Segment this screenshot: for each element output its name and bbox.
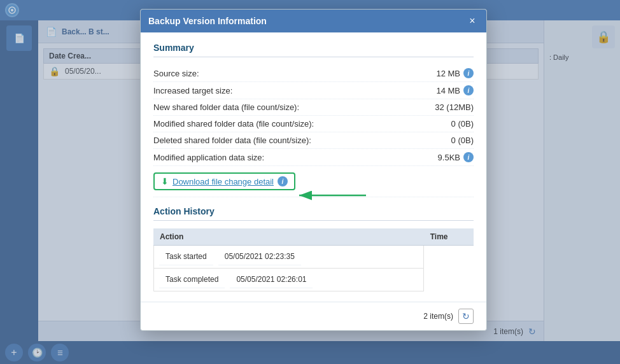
modal-refresh-icon: ↻ — [462, 311, 470, 321]
download-icon: ⬇ — [161, 176, 169, 186]
download-info-icon[interactable]: i — [278, 176, 288, 186]
action-history-table: Action Time Task started 05/05/2021 02:2… — [153, 228, 474, 291]
target-size-info-icon[interactable]: i — [463, 85, 474, 95]
label-source-size: Source size: — [153, 69, 199, 78]
modal-titlebar: Backup Version Information × — [141, 10, 486, 32]
col-time-header: Time — [424, 228, 474, 246]
modal-body: Summary Source size: 12 MB i Increased t… — [141, 32, 486, 302]
value-deleted-shared: 0 (0B) — [451, 136, 474, 145]
info-row-deleted-shared: Deleted shared folder data (file count/s… — [153, 132, 474, 149]
value-new-shared: 32 (12MB) — [435, 102, 474, 112]
modal-footer: 2 item(s) ↻ — [141, 302, 486, 330]
action-row-1: Task started 05/05/2021 02:23:35 — [153, 246, 424, 269]
target-size-text: 14 MB — [436, 86, 460, 95]
value-app-data: 9.5KB i — [438, 152, 474, 162]
modal-refresh-button[interactable]: ↻ — [458, 309, 474, 324]
download-link[interactable]: Download file change detail — [173, 177, 274, 186]
label-new-shared: New shared folder data (file count/size)… — [153, 102, 299, 112]
info-row-new-shared: New shared folder data (file count/size)… — [153, 99, 474, 116]
label-app-data: Modified application data size: — [153, 153, 264, 162]
action-history-section: Action History Action Time Task started … — [153, 206, 474, 291]
action-row-2: Task completed 05/05/2021 02:26:01 — [153, 269, 424, 291]
col-action-header: Action — [153, 228, 424, 246]
label-modified-shared: Modified shared folder data (file count/… — [153, 119, 314, 129]
app-data-text: 9.5KB — [438, 153, 460, 162]
value-target-size: 14 MB i — [436, 85, 474, 95]
backup-version-modal: Backup Version Information × Summary Sou… — [140, 9, 487, 331]
source-size-info-icon[interactable]: i — [463, 68, 474, 78]
download-link-row: ⬇ Download file change detail i — [153, 166, 474, 197]
new-shared-text: 32 (12MB) — [435, 102, 474, 112]
value-source-size: 12 MB i — [436, 68, 474, 78]
download-link-box[interactable]: ⬇ Download file change detail i — [153, 172, 295, 190]
label-deleted-shared: Deleted shared folder data (file count/s… — [153, 136, 311, 145]
action-history-heading: Action History — [153, 206, 474, 221]
source-size-text: 12 MB — [436, 69, 460, 78]
app-data-info-icon[interactable]: i — [463, 152, 474, 162]
time-cell-2: 05/05/2021 02:26:01 — [230, 271, 313, 288]
info-row-target-size: Increased target size: 14 MB i — [153, 82, 474, 99]
time-cell-1: 05/05/2021 02:23:35 — [218, 248, 301, 265]
action-cell-2: Task completed — [159, 271, 225, 288]
value-modified-shared: 0 (0B) — [451, 119, 474, 129]
modal-item-count: 2 item(s) — [423, 312, 453, 321]
action-table-header-row: Action Time — [153, 228, 474, 246]
modal-close-button[interactable]: × — [466, 15, 479, 27]
action-cell-1: Task started — [159, 248, 213, 265]
info-row-source-size: Source size: 12 MB i — [153, 65, 474, 82]
modified-shared-text: 0 (0B) — [451, 119, 474, 129]
info-row-app-data: Modified application data size: 9.5KB i — [153, 149, 474, 166]
info-row-modified-shared: Modified shared folder data (file count/… — [153, 116, 474, 132]
deleted-shared-text: 0 (0B) — [451, 136, 474, 145]
summary-heading: Summary — [153, 43, 474, 57]
label-target-size: Increased target size: — [153, 86, 232, 95]
modal-title: Backup Version Information — [148, 16, 267, 26]
